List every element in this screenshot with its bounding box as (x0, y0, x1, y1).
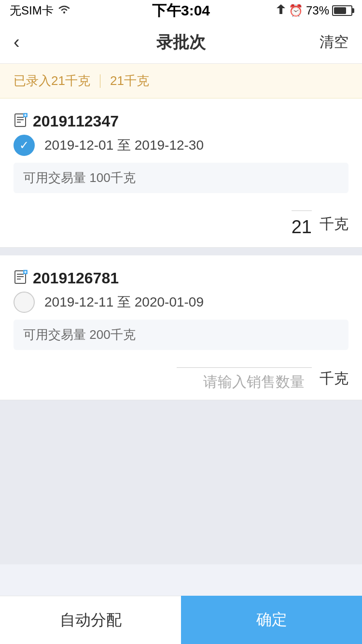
batch-card-1: 2019112347 ✓ 2019-12-01 至 2019-12-30 可用交… (0, 98, 362, 248)
batch-id-1: 2019112347 (33, 112, 119, 130)
unit-label-1: 千克 (320, 214, 348, 234)
battery-percentage: 73% (306, 4, 329, 17)
quantity-input-2[interactable] (177, 374, 312, 390)
batch-id-icon-2 (14, 269, 29, 288)
batch-card-2: 2019126781 2019-12-11 至 2020-01-09 可用交易量… (0, 255, 362, 400)
status-left: 无SIM卡 (10, 3, 71, 18)
svg-point-0 (63, 12, 65, 14)
batch-header-1: 2019112347 (0, 98, 362, 135)
batch-id-2: 2019126781 (33, 269, 119, 287)
bottom-bar: 自动分配 确定 (0, 596, 362, 644)
summary-label: 已录入21千克 (14, 72, 90, 89)
status-time: 下午3:04 (152, 1, 210, 21)
availability-2: 可用交易量 200千克 (14, 320, 348, 350)
check-icon-1: ✓ (19, 140, 29, 151)
page-title: 录批次 (156, 31, 206, 54)
back-button[interactable]: ‹ (14, 32, 20, 53)
radio-button-2[interactable] (14, 292, 35, 313)
batch-row-2[interactable]: 2019-12-11 至 2020-01-09 (0, 292, 362, 320)
summary-divider (100, 74, 100, 88)
status-bar: 无SIM卡 下午3:04 ⏰ 73% (0, 0, 362, 21)
availability-1: 可用交易量 100千克 (14, 163, 348, 193)
battery-icon (332, 5, 352, 16)
quantity-underline-1: 21 (292, 210, 312, 238)
input-row-2: 千克 (0, 360, 362, 400)
alarm-icon: ⏰ (289, 4, 303, 17)
quantity-value-1: 21 (292, 217, 312, 237)
empty-area (0, 400, 362, 564)
input-row-1: 21 千克 (0, 203, 362, 248)
date-range-1: 2019-12-01 至 2019-12-30 (44, 136, 204, 154)
confirm-button[interactable]: 确定 (181, 596, 362, 644)
auto-distribute-button[interactable]: 自动分配 (0, 596, 181, 644)
date-range-2: 2019-12-11 至 2020-01-09 (44, 293, 204, 311)
batch-id-icon-1 (14, 112, 29, 131)
status-right: ⏰ 73% (276, 4, 352, 17)
section-divider (0, 248, 362, 255)
batch-row-1[interactable]: ✓ 2019-12-01 至 2019-12-30 (0, 135, 362, 163)
clear-button[interactable]: 清空 (320, 32, 348, 52)
quantity-underline-2[interactable] (177, 367, 312, 390)
carrier-label: 无SIM卡 (10, 3, 54, 18)
location-icon (276, 4, 286, 17)
unit-label-2: 千克 (320, 369, 348, 389)
radio-button-1[interactable]: ✓ (14, 135, 35, 156)
summary-bar: 已录入21千克 21千克 (0, 64, 362, 98)
batch-header-2: 2019126781 (0, 255, 362, 292)
nav-bar: ‹ 录批次 清空 (0, 21, 362, 64)
summary-value: 21千克 (110, 72, 149, 89)
wifi-icon (57, 4, 71, 17)
